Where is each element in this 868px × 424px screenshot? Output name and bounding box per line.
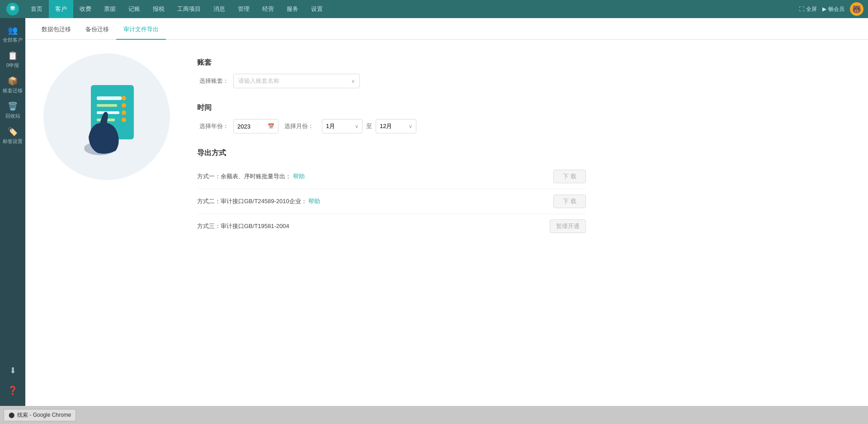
avatar[interactable]: 🐻 [850,2,863,16]
svg-point-8 [122,110,126,115]
export-method-1: 方式一：余额表、序时账批量导出： 帮助 下 载 [197,164,586,189]
tab-audit-export[interactable]: 审计文件导出 [116,20,166,40]
svg-rect-4 [97,111,119,114]
content-area: 数据包迁移 备份迁移 审计文件导出 [25,18,868,406]
svg-point-7 [122,103,126,108]
nav-tax[interactable]: 报税 [146,0,171,18]
method-1-label: 方式一：余额表、序时账批量导出： 帮助 [197,172,305,181]
sidebar-tag-label: 标签设置 [3,138,23,145]
method-3-coming-soon-button[interactable]: 暂缓开通 [550,219,586,233]
sidebar-item-account-migrate[interactable]: 📦 账套迁移 [0,72,25,98]
sidebar-item-tag-settings[interactable]: 🏷️ 标签设置 [0,123,25,148]
method-1-help-link[interactable]: 帮助 [293,173,305,180]
recycle-icon: 🗑️ [8,101,18,111]
main-layout: 👥 全部客户 📋 0申报 📦 账套迁移 🗑️ 回收站 🏷️ 标签设置 ⬇ ❓ 数… [0,18,868,406]
sidebar-bottom: ⬇ ❓ [5,362,21,406]
method-2-label: 方式二：审计接口GB/T24589-2010企业： 帮助 [197,197,320,205]
start-month-value: 1月 [326,122,335,130]
tab-data-migration[interactable]: 数据包迁移 [34,20,78,40]
nav-manage[interactable]: 管理 [231,0,256,18]
time-row: 2023 📅 选择月份： 1月 ∨ 至 12月 ∨ [233,119,416,133]
migrate-icon: 📦 [8,76,18,86]
nav-bookkeeping[interactable]: 记账 [122,0,146,18]
tag-icon: 🏷️ [8,127,18,137]
end-month-value: 12月 [380,122,392,130]
account-select-label: 选择账套： [197,77,229,85]
nav-fee[interactable]: 收费 [73,0,98,18]
form-container: 账套 选择账套： 请输入账套名称 ∨ 时间 选择年份： [43,53,586,238]
year-value: 2023 [237,123,250,130]
declare-icon: 📋 [8,51,18,61]
sidebar-download-btn[interactable]: ⬇ [5,362,21,379]
customers-icon: 👥 [8,25,18,35]
account-placeholder: 请输入账套名称 [238,77,279,85]
year-label: 选择年份： [197,122,229,130]
svg-rect-3 [97,104,117,107]
nav-service[interactable]: 服务 [280,0,305,18]
nav-business[interactable]: 工商项目 [171,0,207,18]
sidebar-account-migrate-label: 账套迁移 [3,87,23,94]
method-2-help-link[interactable]: 帮助 [308,198,320,205]
sidebar-item-recycle[interactable]: 🗑️ 回收站 [0,98,25,123]
export-method-3: 方式三：审计接口GB/T19581-2004 暂缓开通 [197,214,586,238]
chevron-down-icon: ∨ [351,78,355,84]
sidebar-zero-declare-label: 0申报 [6,62,19,69]
member-button[interactable]: ▶ 畅会员 [822,5,844,13]
form-right: 账套 选择账套： 请输入账套名称 ∨ 时间 选择年份： [197,53,586,238]
nav-right: ⛶ 全屏 ▶ 畅会员 🐻 [799,2,863,16]
time-section-title: 时间 [197,103,586,113]
fullscreen-label: 全屏 [806,5,817,13]
fullscreen-button[interactable]: ⛶ 全屏 [799,5,817,13]
end-month-select[interactable]: 12月 ∨ [376,119,416,133]
taskbar: ⬤ 线索 - Google Chrome [0,406,868,424]
account-select-input[interactable]: 请输入账套名称 ∨ [233,74,360,88]
tab-backup-migration[interactable]: 备份迁移 [78,20,116,40]
nav-customer[interactable]: 客户 [49,0,73,18]
svg-point-9 [122,118,126,122]
to-label: 至 [366,122,372,130]
top-nav: 首页 客户 收费 票据 记账 报税 工商项目 消息 管理 经营 服务 设置 ⛶ … [0,0,868,18]
method-3-label: 方式三：审计接口GB/T19581-2004 [197,222,289,230]
taskbar-item-label: 线索 - Google Chrome [17,411,71,419]
illustration [43,53,170,180]
start-month-select[interactable]: 1月 ∨ [322,119,363,133]
chrome-icon: ⬤ [9,412,14,418]
nav-invoice[interactable]: 票据 [98,0,122,18]
method-1-download-button[interactable]: 下 载 [553,170,586,183]
nav-operation[interactable]: 经营 [256,0,280,18]
month-select-label: 选择月份： [282,122,314,130]
calendar-icon: 📅 [268,123,274,129]
member-label: 畅会员 [828,5,844,13]
method-2-download-button[interactable]: 下 载 [553,195,586,208]
sub-tabs: 数据包迁移 备份迁移 审计文件导出 [25,18,868,40]
svg-point-6 [122,96,126,100]
page-content: 账套 选择账套： 请输入账套名称 ∨ 时间 选择年份： [25,40,868,406]
sidebar-all-customers-label: 全部客户 [3,37,23,43]
account-form-row: 选择账套： 请输入账套名称 ∨ [197,74,586,88]
account-section-title: 账套 [197,58,586,67]
member-icon: ▶ [822,6,826,12]
app-logo [5,1,21,17]
sidebar-recycle-label: 回收站 [5,113,20,119]
nav-settings[interactable]: 设置 [305,0,329,18]
sidebar-item-all-customers[interactable]: 👥 全部客户 [0,22,25,47]
fullscreen-icon: ⛶ [799,6,804,12]
export-section-title: 导出方式 [197,148,586,158]
sidebar-item-zero-declare[interactable]: 📋 0申报 [0,47,25,72]
taskbar-chrome-item[interactable]: ⬤ 线索 - Google Chrome [4,409,76,421]
nav-home[interactable]: 首页 [24,0,49,18]
svg-rect-2 [97,96,122,100]
year-input[interactable]: 2023 📅 [233,119,278,133]
chevron-month-icon: ∨ [355,124,359,129]
sidebar-help-btn[interactable]: ❓ [5,382,21,399]
nav-message[interactable]: 消息 [207,0,231,18]
time-form-row: 选择年份： 2023 📅 选择月份： 1月 ∨ 至 [197,119,586,133]
export-method-2: 方式二：审计接口GB/T24589-2010企业： 帮助 下 载 [197,189,586,214]
chevron-end-month-icon: ∨ [409,124,412,129]
nav-items: 首页 客户 收费 票据 记账 报税 工商项目 消息 管理 经营 服务 设置 [24,0,799,18]
sidebar: 👥 全部客户 📋 0申报 📦 账套迁移 🗑️ 回收站 🏷️ 标签设置 ⬇ ❓ [0,18,25,406]
